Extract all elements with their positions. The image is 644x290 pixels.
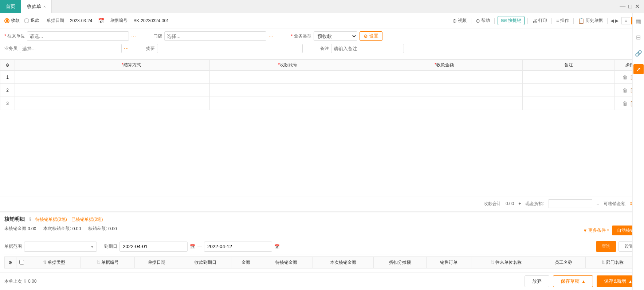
filter-icon: ▼ [583, 228, 587, 233]
doc-no-value: SK-20230324-001 [133, 18, 169, 23]
summary-input[interactable] [157, 44, 303, 53]
history-label: 历史单据 [585, 17, 603, 24]
pending-tab[interactable]: 待核销单据(0笔) [35, 216, 67, 223]
discount-input[interactable] [549, 199, 592, 208]
shortcut-btn[interactable]: ⌨ 快捷键 [498, 16, 525, 25]
tab-receipt[interactable]: 收款单 × [21, 0, 52, 13]
td-no-1: 1 [0, 71, 15, 84]
td-remark-2[interactable] [523, 84, 615, 97]
divider2 [494, 18, 495, 24]
help-icon: ⊙ [476, 18, 480, 24]
remark-field: 备注 [320, 44, 404, 53]
select-all-checkbox[interactable] [19, 260, 24, 264]
td-account-2[interactable] [209, 84, 366, 97]
operation-label: 操作 [560, 17, 569, 24]
biz-type-label: * 业务类型 [291, 33, 311, 39]
td-no-placeholder-3 [15, 97, 53, 110]
td-payment-2[interactable] [53, 84, 209, 97]
calendar-icon[interactable]: 📅 [98, 18, 104, 24]
maximize-btn[interactable]: □ [628, 3, 632, 10]
shop-input[interactable] [164, 31, 266, 41]
operation-action[interactable]: ≡ 操作 [555, 17, 570, 24]
delete-row-3-btn[interactable]: 🗑 [623, 101, 628, 106]
td-no-placeholder-1 [15, 71, 53, 84]
doc-range-select[interactable] [24, 242, 97, 252]
shortcut-label: 快捷键 [508, 17, 521, 24]
sidebar-table-icon[interactable]: ▦ [633, 16, 644, 26]
date-end-input[interactable] [204, 242, 272, 252]
view-list-btn[interactable]: ≡ [621, 17, 630, 24]
sidebar-expand-icon[interactable]: ↗ [633, 64, 644, 74]
biz-type-select[interactable]: 预收款 [314, 31, 357, 41]
staff-input[interactable] [20, 44, 122, 53]
td-account-1[interactable] [209, 71, 366, 84]
td-account-3[interactable] [209, 97, 366, 110]
th-doc-date: 单据日期 [134, 257, 179, 269]
close-btn[interactable]: ✕ [635, 3, 640, 10]
doc-range-field: 单据范围 ▼ [4, 242, 97, 252]
done-tab[interactable]: 已核销单据(0笔) [71, 216, 103, 223]
writeoff-header: 核销明细 ℹ 待核销单据(0笔) 已核销单据(0笔) [4, 216, 103, 223]
tab-close-btn[interactable]: × [43, 4, 46, 9]
help-action[interactable]: ⊙ 帮助 [474, 17, 491, 24]
tab-home[interactable]: 首页 [0, 0, 21, 13]
save-new-label: 保存&新增 [604, 278, 626, 285]
delete-row-2-btn[interactable]: 🗑 [623, 87, 628, 93]
th-amount: *收款金额 [366, 60, 523, 71]
nav-prev[interactable]: ◀ [610, 18, 614, 23]
receipt-table-wrap: ⚙ *结算方式 *收款账号 *收款金额 备注 [0, 59, 644, 196]
remark-input[interactable] [331, 44, 404, 53]
nav-next[interactable]: ▶ [615, 18, 619, 23]
td-amount-2[interactable] [366, 84, 523, 97]
history-action[interactable]: 📋 历史单据 [577, 17, 604, 24]
counterparty-input[interactable] [27, 31, 129, 41]
toolbar: 收款 退款 单据日期 2023-03-24 📅 单据编号 SK-20230324… [0, 13, 644, 28]
sidebar-link-icon[interactable]: 🔗 [633, 48, 644, 58]
receipt-type-group: 收款 退款 [4, 17, 39, 24]
td-remark-1[interactable] [523, 71, 615, 84]
setting-button[interactable]: ⚙ 设置 [360, 31, 382, 41]
more-conditions-btn[interactable]: ▼ 更多条件 ^ [583, 227, 609, 234]
td-payment-1[interactable] [53, 71, 209, 84]
th-remark: 备注 [523, 60, 615, 71]
counterparty-field: * 往来单位 ··· [4, 31, 136, 41]
radio-receipt[interactable]: 收款 [4, 17, 20, 24]
radio-receipt-dot [4, 18, 9, 23]
settings-icon: ⚙ [5, 63, 9, 68]
shop-more-btn[interactable]: ··· [268, 33, 273, 39]
counterparty-more-btn[interactable]: ··· [131, 33, 136, 39]
summary-field: 摘要 [146, 44, 303, 53]
tab-bar: 首页 收款单 × — □ ✕ [0, 0, 644, 13]
print-icon: 🖨 [532, 18, 537, 24]
sidebar-list-icon[interactable]: ⊟ [633, 32, 644, 42]
writeoff-actions: ▼ 更多条件 ^ 自动核销 [583, 226, 640, 235]
td-remark-3[interactable] [523, 97, 615, 110]
td-amount-3[interactable] [366, 97, 523, 110]
diff-stat: 核销差额: 0.00 [88, 226, 117, 232]
form-area: * 往来单位 ··· 门店 ··· * 业务类型 预收款 [0, 28, 644, 59]
print-action[interactable]: 🖨 打印 [531, 17, 549, 24]
abandon-btn[interactable]: 放弃 [525, 275, 549, 287]
delete-row-1-btn[interactable]: 🗑 [623, 74, 628, 80]
video-action[interactable]: ⊙ 视频 [451, 17, 468, 24]
td-amount-1[interactable] [366, 71, 523, 84]
writeoff-info-icon[interactable]: ℹ [29, 216, 31, 222]
th-due-date: 收款到期日 [179, 257, 232, 269]
cal-start-icon[interactable]: 📅 [190, 244, 195, 249]
minimize-btn[interactable]: — [620, 3, 625, 10]
summary-row: 收款合计 0.00 + 现金折扣: = 可核销金额 0.00 [0, 196, 644, 211]
doc-date-label: 单据日期 [47, 17, 64, 24]
td-payment-3[interactable] [53, 97, 209, 110]
save-draft-btn[interactable]: 保存草稿 ▲ [553, 275, 593, 287]
date-start-input[interactable] [119, 242, 188, 252]
footer-info-icon[interactable]: ℹ [24, 278, 26, 284]
query-btn[interactable]: 查询 [596, 241, 616, 252]
tab-home-label: 首页 [6, 3, 15, 10]
staff-more-btn[interactable]: ··· [124, 46, 129, 51]
th-gear[interactable]: ⚙ [5, 257, 16, 269]
th-settings[interactable]: ⚙ [0, 60, 15, 71]
date-separator: — [197, 244, 202, 249]
nav-arrows: ◀ ▶ [610, 18, 619, 23]
radio-refund[interactable]: 退款 [24, 17, 39, 24]
cal-end-icon[interactable]: 📅 [274, 244, 280, 249]
